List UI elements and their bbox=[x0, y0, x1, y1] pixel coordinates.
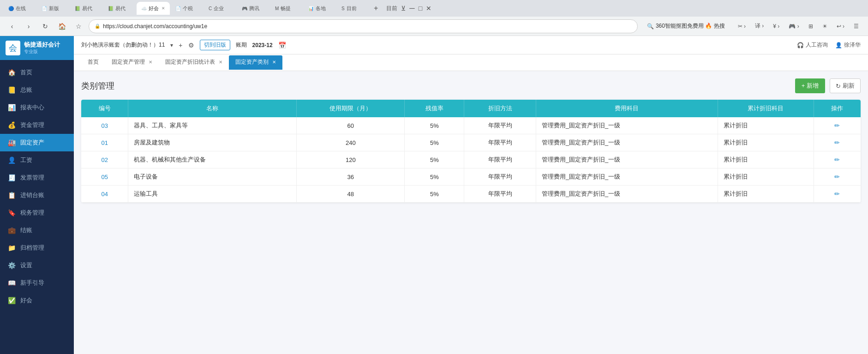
currency-icon-btn[interactable]: ¥ › bbox=[769, 21, 783, 31]
cell-action[interactable]: ✏ bbox=[814, 168, 861, 186]
cell-accumulated: 累计折旧 bbox=[718, 117, 814, 134]
category-table: 编号名称使用期限（月）残值率折旧方法费用科目累计折旧科目操作 03器具、工具、家… bbox=[81, 100, 861, 203]
tab-favicon-个税: 📄 bbox=[175, 6, 181, 11]
tab-close-好会[interactable]: ✕ bbox=[162, 6, 165, 11]
cell-action[interactable]: ✏ bbox=[814, 186, 861, 203]
period-value: 2023-12 bbox=[252, 42, 273, 48]
reload-button[interactable]: ↻ bbox=[39, 20, 52, 33]
col-header-使用期限（月）: 使用期限（月） bbox=[297, 100, 405, 117]
edit-button[interactable]: ✏ bbox=[834, 173, 840, 180]
sidebar-item-结账[interactable]: 💼结账 bbox=[0, 222, 74, 239]
table-row: 02机器、机械和其他生产设备1205%年限平均管理费用_固定资产折旧_一级累计折… bbox=[81, 151, 861, 168]
edit-button[interactable]: ✏ bbox=[834, 122, 840, 129]
cell-action[interactable]: ✏ bbox=[814, 117, 861, 134]
cell-months: 240 bbox=[297, 134, 405, 151]
sidebar-item-新手引导[interactable]: 📖新手引导 bbox=[0, 274, 74, 292]
page-tab-首页[interactable]: 首页 bbox=[81, 55, 105, 70]
game-icon-btn[interactable]: 🎮 › bbox=[785, 21, 802, 31]
tab-favicon-各地: 📊 bbox=[308, 6, 314, 11]
sidebar-item-固定资产[interactable]: 🏭固定资产 bbox=[0, 134, 74, 151]
sidebar-label-好会: 好会 bbox=[20, 296, 32, 305]
browser-tab-目前[interactable]: S目前 bbox=[337, 2, 369, 15]
sidebar-item-首页[interactable]: 🏠首页 bbox=[0, 64, 74, 81]
sidebar-item-工资[interactable]: 👤工资 bbox=[0, 151, 74, 169]
browser-tab-各地[interactable]: 📊各地 bbox=[304, 2, 336, 15]
tab-label-固定资产类别: 固定资产类别 bbox=[235, 58, 269, 66]
add-button[interactable]: + 新增 bbox=[795, 78, 825, 93]
dropdown-icon[interactable]: ▾ bbox=[170, 42, 173, 48]
tab-favicon-易代: 📗 bbox=[108, 6, 114, 11]
menu-icon-btn[interactable]: ☰ bbox=[850, 21, 862, 31]
sidebar-item-发票管理[interactable]: 🧾发票管理 bbox=[0, 169, 74, 186]
settings-icon[interactable]: ⚙ bbox=[188, 42, 194, 49]
forward-button[interactable]: › bbox=[22, 20, 35, 33]
home-button[interactable]: 🏠 bbox=[55, 20, 68, 33]
minimize-icon[interactable]: ─ bbox=[409, 4, 414, 12]
tab-label-目前: 目前 bbox=[347, 5, 357, 12]
sidebar-item-总账[interactable]: 📒总账 bbox=[0, 81, 74, 99]
edit-button[interactable]: ✏ bbox=[834, 156, 840, 163]
bookmark-button[interactable]: ☆ bbox=[72, 20, 85, 33]
translate-icon-btn[interactable]: 译 › bbox=[751, 20, 767, 32]
cell-action[interactable]: ✏ bbox=[814, 134, 861, 151]
page-tab-固定资产管理[interactable]: 固定资产管理✕ bbox=[105, 55, 159, 70]
browser-tab-个税[interactable]: 📄个税 bbox=[171, 2, 203, 15]
sidebar-item-资金管理[interactable]: 💰资金管理 bbox=[0, 116, 74, 134]
browser-tab-新版[interactable]: 📄新版 bbox=[37, 2, 69, 15]
browser-tab-企业[interactable]: C企业 bbox=[204, 2, 236, 15]
col-header-折旧方法: 折旧方法 bbox=[464, 100, 536, 117]
tab-label-各地: 各地 bbox=[316, 5, 326, 12]
cell-action[interactable]: ✏ bbox=[814, 151, 861, 168]
user-profile-btn[interactable]: 👤 徐泽华 bbox=[835, 41, 861, 49]
sidebar-item-进销台账[interactable]: 📋进销台账 bbox=[0, 186, 74, 204]
browser-tab-腾讯[interactable]: 🎮腾讯 bbox=[237, 2, 269, 15]
refresh-button[interactable]: ↻ 刷新 bbox=[830, 78, 861, 93]
cell-residual: 5% bbox=[405, 151, 464, 168]
sidebar-item-归档管理[interactable]: 📁归档管理 bbox=[0, 239, 74, 257]
cell-residual: 5% bbox=[405, 134, 464, 151]
cell-code: 03 bbox=[81, 117, 128, 134]
cell-code: 02 bbox=[81, 151, 128, 168]
browser-tab-畅提[interactable]: M畅提 bbox=[270, 2, 303, 15]
browser-tab-在线[interactable]: 🔵在线 bbox=[4, 2, 36, 15]
brightness-icon-btn[interactable]: ☀ bbox=[819, 21, 831, 31]
sidebar-label-固定资产: 固定资产 bbox=[20, 138, 44, 147]
browser-tab-好会[interactable]: ☁️好会✕ bbox=[137, 2, 170, 15]
switch-to-old-btn[interactable]: 切到旧版 bbox=[200, 40, 230, 50]
sidebar-icon-结账: 💼 bbox=[7, 226, 16, 234]
tab-label-易代: 易代 bbox=[82, 5, 92, 12]
service-btn[interactable]: 🎧 人工咨询 bbox=[797, 41, 828, 49]
tab-label-固定资产折旧统计表: 固定资产折旧统计表 bbox=[165, 58, 215, 66]
page-tab-close-固定资产折旧统计表[interactable]: ✕ bbox=[219, 60, 222, 65]
sidebar-item-好会[interactable]: ✅好会 bbox=[0, 292, 74, 309]
maximize-icon[interactable]: □ bbox=[419, 5, 422, 12]
browser-tab-易代[interactable]: 📗易代 bbox=[103, 2, 136, 15]
sidebar-item-税务管理[interactable]: 🔖税务管理 bbox=[0, 204, 74, 222]
tab-favicon-在线: 🔵 bbox=[8, 6, 14, 11]
page-tab-固定资产折旧统计表[interactable]: 固定资产折旧统计表✕ bbox=[159, 55, 229, 70]
page-tab-固定资产类别[interactable]: 固定资产类别✕ bbox=[229, 55, 282, 70]
sidebar-icon-发票管理: 🧾 bbox=[7, 174, 16, 182]
app-header: 刘小艳演示账套（勿删勿动！）11 ▾ + ⚙ 切到旧版 账期 2023-12 📅… bbox=[74, 36, 868, 54]
calendar-icon[interactable]: 📅 bbox=[278, 42, 286, 49]
add-account-icon[interactable]: + bbox=[179, 42, 182, 49]
grid-icon-btn[interactable]: ⊞ bbox=[805, 21, 817, 31]
page-tab-close-固定资产类别[interactable]: ✕ bbox=[272, 60, 276, 65]
edit-button[interactable]: ✏ bbox=[834, 139, 840, 146]
back-button[interactable]: ‹ bbox=[6, 20, 18, 33]
close-window-icon[interactable]: ✕ bbox=[426, 5, 431, 12]
cell-expense: 管理费用_固定资产折旧_一级 bbox=[536, 186, 718, 203]
cut-icon-btn[interactable]: ✂ › bbox=[734, 21, 749, 31]
col-header-编号: 编号 bbox=[81, 100, 128, 117]
undo-icon-btn[interactable]: ↩ › bbox=[833, 21, 848, 31]
sidebar-item-设置[interactable]: ⚙️设置 bbox=[0, 257, 74, 274]
new-tab-button[interactable]: + bbox=[371, 4, 381, 12]
cell-months: 48 bbox=[297, 186, 405, 203]
sidebar-icon-总账: 📒 bbox=[7, 86, 16, 94]
edit-button[interactable]: ✏ bbox=[834, 190, 840, 198]
address-input[interactable]: 🔒 https://cloud.chanjet.com/accounting/u… bbox=[89, 19, 638, 33]
page-tab-close-固定资产管理[interactable]: ✕ bbox=[149, 60, 152, 65]
cell-name: 机器、机械和其他生产设备 bbox=[128, 151, 297, 168]
sidebar-item-报表中心[interactable]: 📊报表中心 bbox=[0, 99, 74, 116]
browser-tab-易代[interactable]: 📗易代 bbox=[70, 2, 102, 15]
